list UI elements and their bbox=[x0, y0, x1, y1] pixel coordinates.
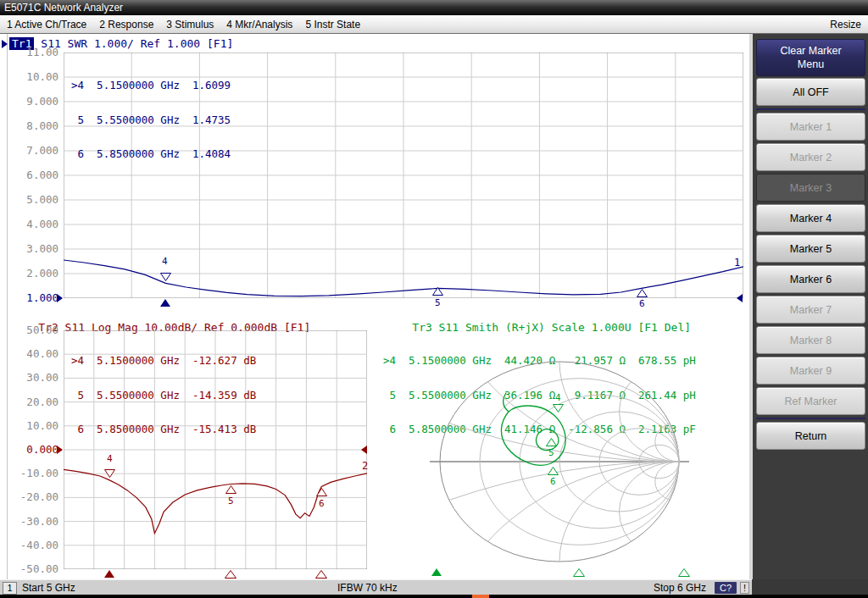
tr1-marker-row: 6 5.8500000 GHz 1.4084 bbox=[71, 148, 231, 160]
y-axis-label: 6.000 bbox=[26, 169, 58, 181]
tr1-marker6-label: 6 bbox=[639, 299, 645, 308]
vna-screen: E5071C Network Analyzer 1 Active Ch/Trac… bbox=[0, 0, 868, 598]
softkey-marker-4[interactable]: Marker 4 bbox=[756, 204, 865, 232]
softkey-marker-6[interactable]: Marker 6 bbox=[756, 265, 865, 293]
tr1-format-text: S11 SWR 1.000/ Ref 1.000 [F1] bbox=[34, 37, 233, 50]
softkey-ref-marker[interactable]: Ref Marker bbox=[756, 387, 865, 415]
y-axis-label: -50.00 bbox=[20, 562, 58, 575]
tr2-trace-number: 2 bbox=[362, 460, 368, 472]
bottom-orange-mark bbox=[472, 595, 489, 598]
tr2-y-axis: 50.0040.0030.0020.0010.000.000-10.00-20.… bbox=[0, 330, 58, 569]
softkey-all-off[interactable]: All OFF bbox=[756, 78, 865, 106]
tr3-marker4-stimulus-icon bbox=[431, 568, 442, 576]
softkey-return[interactable]: Return bbox=[756, 422, 865, 450]
tr3-marker5-icon[interactable] bbox=[546, 438, 557, 446]
title-bar: E5071C Network Analyzer bbox=[0, 0, 868, 15]
menu-bar: 1 Active Ch/Trace 2 Response 3 Stimulus … bbox=[0, 15, 868, 34]
tr2-marker6-icon[interactable] bbox=[316, 488, 327, 496]
status-bar: 1 Start 5 GHz IFBW 70 kHz Stop 6 GHz C? … bbox=[0, 579, 752, 595]
softkey-sidebar: Clear Marker Menu All OFF Marker 1 Marke… bbox=[749, 34, 868, 579]
tr3-marker4-label: 4 bbox=[555, 393, 561, 402]
tr3-marker4-icon[interactable] bbox=[553, 404, 564, 413]
y-axis-label: 11.00 bbox=[26, 46, 58, 58]
tr1-marker5-icon[interactable] bbox=[432, 287, 443, 296]
softkey-marker-5[interactable]: Marker 5 bbox=[756, 235, 865, 263]
softkey-marker-7[interactable]: Marker 7 bbox=[756, 296, 865, 324]
y-axis-label: 7.000 bbox=[26, 144, 58, 157]
tr1-ref-level-icon bbox=[57, 294, 63, 302]
tr2-marker-row: 5 5.5500000 GHz -14.359 dB bbox=[71, 390, 256, 401]
tr1-marker-row: >4 5.1500000 GHz 1.6099 bbox=[71, 80, 231, 91]
y-axis-label: -30.00 bbox=[20, 515, 58, 528]
resize-button[interactable]: Resize bbox=[830, 19, 861, 30]
y-axis-label: 2.000 bbox=[26, 267, 58, 280]
tr3-marker6-icon[interactable] bbox=[548, 467, 559, 475]
tr2-marker-row: 6 5.8500000 GHz -15.413 dB bbox=[71, 424, 256, 435]
tr2-ref-level-icon bbox=[57, 446, 63, 454]
y-axis-label: 20.00 bbox=[26, 396, 58, 408]
softkey-menu-title: Clear Marker Menu bbox=[756, 39, 865, 76]
tr2-marker4-icon[interactable] bbox=[104, 469, 115, 478]
softkey-marker-3[interactable]: Marker 3 bbox=[756, 174, 865, 202]
y-axis-label: 5.000 bbox=[26, 193, 58, 206]
smith-chart bbox=[424, 356, 695, 568]
stop-frequency-label: Stop 6 GHz bbox=[654, 582, 706, 594]
tr2-marker5-stimulus-icon bbox=[225, 570, 236, 579]
status-bar-dark-fill bbox=[752, 579, 868, 595]
menu-mkr-analysis[interactable]: 4 Mkr/Analysis bbox=[226, 19, 292, 30]
y-axis-label: 30.00 bbox=[26, 371, 58, 384]
cal-status-badge: C? bbox=[715, 582, 737, 594]
softkey-marker-1[interactable]: Marker 1 bbox=[756, 113, 865, 141]
softkey-separator bbox=[756, 108, 865, 110]
tr1-trace-number: 1 bbox=[734, 257, 740, 269]
tr3-marker6-stimulus-icon bbox=[678, 568, 690, 577]
y-axis-label: -10.00 bbox=[20, 467, 58, 479]
tr1-marker-row: 5 5.5500000 GHz 1.4735 bbox=[71, 114, 231, 126]
softkey-menu-title-line2: Menu bbox=[798, 58, 824, 71]
tr2-marker-row: >4 5.1500000 GHz -12.627 dB bbox=[71, 355, 256, 367]
smith-trace-outer-loop bbox=[501, 406, 565, 465]
menu-stimulus[interactable]: 3 Stimulus bbox=[166, 19, 214, 30]
tr2-ref-level-right-icon bbox=[361, 446, 367, 454]
menu-active-ch-trace[interactable]: 1 Active Ch/Trace bbox=[7, 19, 86, 30]
ifbw-label: IFBW 70 kHz bbox=[337, 582, 398, 594]
tr2-marker-readout: >4 5.1500000 GHz -12.627 dB 5 5.5500000 … bbox=[71, 332, 256, 458]
tr1-marker4-icon[interactable] bbox=[160, 273, 171, 281]
y-axis-label: 10.00 bbox=[26, 419, 58, 432]
y-axis-label: 3.000 bbox=[26, 242, 58, 255]
y-axis-label: 50.00 bbox=[26, 324, 58, 336]
menu-instr-state[interactable]: 5 Instr State bbox=[305, 19, 360, 30]
y-axis-label: 8.000 bbox=[26, 119, 58, 132]
tr2-marker4-stimulus-icon bbox=[104, 570, 114, 578]
tr2-marker4-label: 4 bbox=[107, 454, 113, 463]
tr1-ref-level-right-icon bbox=[737, 294, 743, 302]
bottom-strip bbox=[0, 595, 868, 598]
softkey-marker-9[interactable]: Marker 9 bbox=[756, 357, 865, 385]
softkey-marker-2[interactable]: Marker 2 bbox=[756, 143, 865, 171]
y-axis-label: 1.000 bbox=[26, 291, 58, 304]
window-title: E5071C Network Analyzer bbox=[4, 2, 123, 14]
softkey-marker-8[interactable]: Marker 8 bbox=[756, 326, 865, 354]
softkey-separator bbox=[756, 418, 865, 419]
tr1-marker4-label: 4 bbox=[162, 257, 168, 266]
tr1-y-axis: 11.0010.009.0008.0007.0006.0005.0004.000… bbox=[0, 53, 58, 298]
y-axis-label: -20.00 bbox=[20, 490, 58, 503]
channel-number-box: 1 bbox=[3, 582, 17, 595]
tr1-marker6-icon[interactable] bbox=[637, 289, 648, 297]
tr3-marker5-label: 5 bbox=[548, 448, 554, 457]
tr2-marker5-icon[interactable] bbox=[225, 485, 236, 494]
y-axis-label: -40.00 bbox=[20, 539, 58, 551]
tr2-marker6-label: 6 bbox=[319, 499, 325, 508]
y-axis-label: 0.000 bbox=[26, 443, 58, 456]
tr3-marker5-stimulus-icon bbox=[573, 568, 585, 577]
y-axis-label: 10.00 bbox=[26, 70, 58, 83]
tr2-marker6-stimulus-icon bbox=[315, 570, 327, 579]
menu-response[interactable]: 2 Response bbox=[99, 19, 153, 30]
y-axis-label: 4.000 bbox=[26, 218, 58, 230]
tr1-marker4-stimulus-icon bbox=[160, 299, 170, 307]
tr3-marker6-label: 6 bbox=[550, 477, 556, 486]
y-axis-label: 9.000 bbox=[26, 95, 58, 108]
smith-trace-tail bbox=[504, 393, 509, 412]
y-axis-label: 40.00 bbox=[26, 347, 58, 360]
alert-indicator: ! bbox=[740, 582, 749, 594]
